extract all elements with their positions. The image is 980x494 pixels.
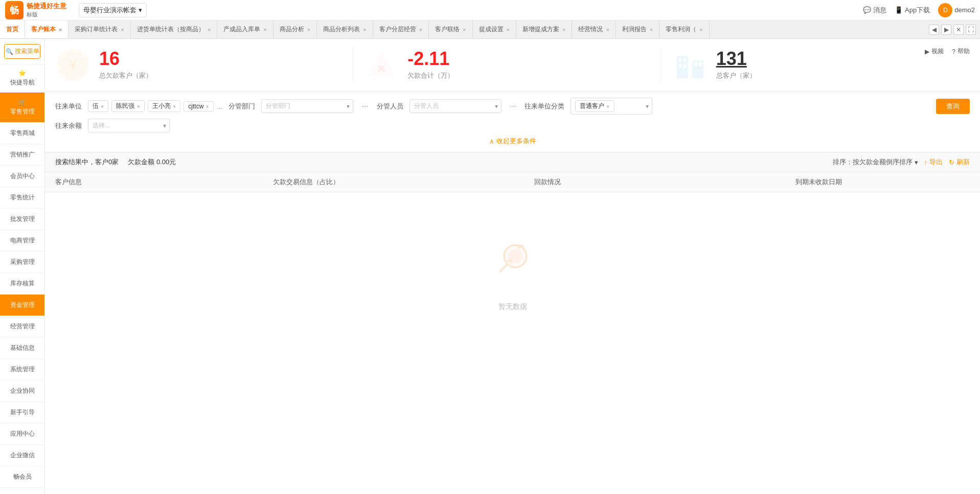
tab-close-icon[interactable]: ×	[463, 27, 466, 33]
sidebar-item-capital-mgmt[interactable]: 资金管理	[0, 295, 44, 316]
tab-customer-tier[interactable]: 客户分层经营 ×	[373, 20, 429, 39]
sidebar-item-operations[interactable]: 经营管理	[0, 316, 44, 338]
tab-goods-analysis-list[interactable]: 商品分析列表 ×	[317, 20, 373, 39]
sidebar-item-inventory[interactable]: 库存核算	[0, 273, 44, 295]
tab-close-icon[interactable]: ×	[699, 27, 702, 33]
sidebar-item-newbie[interactable]: 新手引导	[0, 402, 44, 423]
dept-filter-label: 分管部门	[229, 102, 255, 111]
tab-close-icon[interactable]: ×	[419, 27, 422, 33]
export-button[interactable]: ↑ 导出	[924, 158, 943, 167]
tab-customer-ledger[interactable]: 客户账本 ×	[25, 20, 69, 39]
tabs-fullscreen-button[interactable]: ⛶	[966, 25, 976, 35]
tab-close-icon[interactable]: ×	[507, 27, 510, 33]
refresh-button[interactable]: ↻ 刷新	[949, 158, 970, 167]
sidebar-item-purchase-mgmt[interactable]: 采购管理	[0, 252, 44, 273]
stat-total-debtors: ¥ 16 总欠款客户（家）	[55, 47, 353, 83]
filter-more-button[interactable]: ...	[217, 102, 223, 110]
top-bar-left: 畅 畅捷通好生意 标版 母婴行业演示帐套 ▾	[5, 1, 147, 19]
sidebar-item-marketing[interactable]: 营销推广	[0, 144, 44, 166]
svg-rect-11	[699, 63, 701, 66]
chevron-down-icon: ▾	[139, 6, 142, 14]
filter-tag-wang: 王小亮 ×	[148, 100, 180, 112]
tag-close-wang[interactable]: ×	[173, 103, 176, 109]
sidebar-item-enterprise[interactable]: 企业协同	[0, 380, 44, 402]
debt-icon: ✕	[363, 47, 399, 83]
tabs-bar: 首页 客户账本 × 采购订单统计表 × 进货单统计表（按商品） × 产成品入库单…	[0, 20, 980, 39]
person-filter-more-icon[interactable]: ···	[508, 102, 518, 111]
tab-close-icon[interactable]: ×	[606, 27, 609, 33]
video-icon: ▶	[925, 48, 929, 55]
tab-commission-settings[interactable]: 提成设置 ×	[473, 20, 516, 39]
tab-close-icon[interactable]: ×	[263, 27, 266, 33]
tab-finished-goods[interactable]: 产成品入库单 ×	[217, 20, 273, 39]
sidebar-search-area: 🔍 搜索菜单	[0, 39, 44, 64]
category-filter-select[interactable]: 普通客户 × ▾	[571, 98, 652, 115]
tab-customer-contact[interactable]: 客户联络 ×	[429, 20, 472, 39]
user-avatar[interactable]: D demo2	[938, 3, 975, 17]
tab-add-commission[interactable]: 新增提成方案 ×	[516, 20, 572, 39]
tab-purchase-order[interactable]: 采购订单统计表 ×	[69, 20, 130, 39]
sidebar-item-system-mgmt[interactable]: 系统管理	[0, 359, 44, 380]
svg-rect-7	[683, 58, 686, 62]
col-header-customer: 客户信息	[55, 177, 273, 187]
dept-filter-select[interactable]: 分管部门 ▾	[261, 99, 353, 113]
help-button[interactable]: ? 帮助	[952, 47, 970, 56]
sidebar-item-retail-stats[interactable]: 零售统计	[0, 187, 44, 209]
tab-home[interactable]: 首页	[0, 20, 25, 39]
category-tag-normal-customer: 普通客户 ×	[575, 100, 614, 112]
tab-close-icon[interactable]: ×	[562, 27, 565, 33]
sidebar-item-wechat-biz[interactable]: 企业微信	[0, 445, 44, 466]
tabs-navigation: ◀ ▶ ✕ ⛶	[925, 25, 980, 35]
collapse-filter-button[interactable]: ∧ 收起更多条件	[489, 137, 536, 146]
building-icon	[672, 47, 708, 83]
tab-operations[interactable]: 经营情况 ×	[572, 20, 616, 39]
sidebar-item-app-center[interactable]: 应用中心	[0, 423, 44, 445]
balance-filter-select[interactable]: 选择... ▾	[88, 119, 170, 132]
filter-tag-chen: 陈民强 ×	[111, 100, 144, 112]
dept-filter-more-icon[interactable]: ···	[359, 102, 370, 111]
sidebar-item-quick-nav[interactable]: ⭐ 快捷导航	[0, 64, 44, 93]
svg-rect-4	[676, 56, 688, 79]
tabs-prev-button[interactable]: ◀	[929, 25, 939, 35]
tabs-close-all-button[interactable]: ✕	[953, 25, 964, 35]
tag-close-cjttcw[interactable]: ×	[206, 103, 209, 109]
sort-select[interactable]: 排序：按欠款金额倒序排序 ▾	[833, 158, 918, 167]
sidebar-item-membership[interactable]: 畅会员	[0, 466, 44, 488]
top-bar-right: 💬 消息 📱 App下载 D demo2	[863, 3, 975, 17]
tag-close-chen[interactable]: ×	[136, 103, 140, 109]
tab-close-icon[interactable]: ×	[59, 27, 62, 33]
sidebar-item-retail-store[interactable]: 零售商城	[0, 123, 44, 144]
tag-close-wu[interactable]: ×	[101, 103, 104, 109]
sidebar-item-ecommerce[interactable]: 电商管理	[0, 230, 44, 252]
avatar: D	[938, 3, 952, 17]
chevron-up-icon: ∧	[489, 138, 494, 145]
tab-close-icon[interactable]: ×	[307, 27, 310, 33]
person-filter-select[interactable]: 分管人员 ▾	[409, 99, 502, 113]
sidebar-item-wholesale-mgmt[interactable]: 批发管理	[0, 209, 44, 230]
balance-filter-select-wrapper: 选择... ▾	[88, 119, 170, 132]
category-select-arrow-icon: ▾	[646, 103, 649, 110]
company-select[interactable]: 母婴行业演示帐套 ▾	[79, 3, 147, 17]
tab-close-icon[interactable]: ×	[363, 27, 366, 33]
tab-close-icon[interactable]: ×	[208, 27, 211, 33]
tab-profit-report[interactable]: 利润报告 ×	[616, 20, 659, 39]
tab-inbound-stats[interactable]: 进货单统计表（按商品） ×	[131, 20, 217, 39]
video-help-button[interactable]: ▶ 视频	[925, 47, 944, 56]
sidebar-item-basic-info[interactable]: 基础信息	[0, 338, 44, 359]
filter-row-1: 往来单位 伍 × 陈民强 × 王小亮 ×	[55, 98, 970, 115]
tab-close-icon[interactable]: ×	[121, 27, 124, 33]
query-button[interactable]: 查询	[936, 99, 970, 114]
app-download-button[interactable]: 📱 App下载	[895, 6, 930, 15]
search-menu-button[interactable]: 🔍 搜索菜单	[4, 44, 40, 59]
help-icon: ?	[952, 48, 955, 55]
sidebar-item-member-center[interactable]: 会员中心	[0, 166, 44, 187]
tabs-next-button[interactable]: ▶	[941, 25, 951, 35]
tab-retail-profit[interactable]: 零售利润（ ×	[659, 20, 709, 39]
tab-close-icon[interactable]: ×	[650, 27, 653, 33]
col-header-date: 到期未收款日期	[795, 177, 970, 187]
tab-goods-analysis[interactable]: 商品分析 ×	[274, 20, 317, 39]
svg-text:¥: ¥	[69, 57, 77, 73]
message-button[interactable]: 💬 消息	[863, 6, 886, 15]
category-tag-close[interactable]: ×	[606, 103, 609, 109]
sidebar-item-retail-mgmt[interactable]: 🛒 零售管理	[0, 93, 44, 123]
